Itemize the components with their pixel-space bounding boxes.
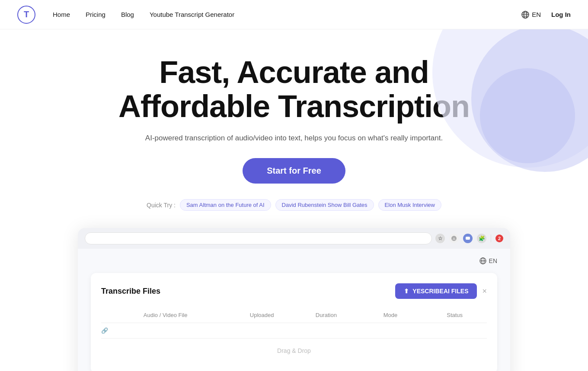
divider xyxy=(491,235,491,242)
nav-blog[interactable]: Blog xyxy=(121,11,134,18)
table-row-empty: 🔗 xyxy=(101,323,487,339)
app-lang-label: EN xyxy=(489,257,497,264)
hero-subtitle: AI-powered transcription of audio/video … xyxy=(9,134,579,143)
table-header: Audio / Video File Uploaded Duration Mod… xyxy=(101,308,487,323)
ai-icon: A xyxy=(449,234,459,243)
hero-title: Fast, Accurate and Affordable Transcript… xyxy=(117,55,471,124)
upload-button[interactable]: ⬆ YESCRIBEAI FILES xyxy=(395,283,477,299)
quick-try-tag-1[interactable]: David Rubenstein Show Bill Gates xyxy=(275,199,374,211)
link-icon: 🔗 xyxy=(101,327,108,334)
svg-point-8 xyxy=(471,29,588,172)
app-globe-icon xyxy=(479,257,486,264)
svg-text:T: T xyxy=(24,10,29,19)
col-status: Status xyxy=(422,312,487,318)
login-button[interactable]: Log In xyxy=(551,11,571,18)
app-inner: EN Transcribe Files ⬆ YESCRIBEAI FILES × xyxy=(78,249,510,371)
chat-icon xyxy=(463,234,473,243)
extension-icon: 🧩 xyxy=(477,234,486,243)
cta-start-free[interactable]: Start for Free xyxy=(243,158,345,184)
quick-try-tag-2[interactable]: Elon Musk Interview xyxy=(378,199,441,211)
file-cell: 🔗 xyxy=(101,327,487,334)
col-mode: Mode xyxy=(358,312,423,318)
hero-section: Fast, Accurate and Affordable Transcript… xyxy=(0,29,588,371)
svg-point-9 xyxy=(480,68,575,163)
language-selector[interactable]: EN xyxy=(521,11,541,19)
quick-try-section: Quick Try : Sam Altman on the Future of … xyxy=(9,199,579,211)
col-duration: Duration xyxy=(294,312,358,318)
upload-icon: ⬆ xyxy=(404,288,409,295)
col-uploaded: Uploaded xyxy=(230,312,294,318)
transcribe-header: Transcribe Files ⬆ YESCRIBEAI FILES × xyxy=(101,283,487,299)
svg-text:A: A xyxy=(453,237,455,241)
navbar: T Home Pricing Blog Youtube Transcript G… xyxy=(0,0,588,29)
app-preview: ☆ A 🧩 2 xyxy=(78,228,510,371)
app-topbar: EN xyxy=(91,257,497,264)
browser-url-bar xyxy=(85,232,432,244)
app-lang-selector[interactable]: EN xyxy=(479,257,497,264)
browser-icons: ☆ A 🧩 2 xyxy=(435,234,503,243)
notification-badge: 2 xyxy=(495,235,503,242)
nav-right: EN Log In xyxy=(521,11,571,19)
globe-icon xyxy=(521,11,529,19)
nav-home[interactable]: Home xyxy=(53,11,70,18)
svg-rect-12 xyxy=(466,237,470,240)
logo[interactable]: T xyxy=(17,6,35,24)
transcribe-title: Transcribe Files xyxy=(101,287,160,296)
drag-drop-area[interactable]: Drag & Drop xyxy=(101,339,487,363)
quick-try-tag-0[interactable]: Sam Altman on the Future of AI xyxy=(180,199,271,211)
quick-try-label: Quick Try : xyxy=(147,202,176,209)
star-icon: ☆ xyxy=(435,234,445,243)
nav-pricing[interactable]: Pricing xyxy=(86,11,105,18)
transcribe-card: Transcribe Files ⬆ YESCRIBEAI FILES × Au… xyxy=(91,273,497,371)
col-file: Audio / Video File xyxy=(101,312,230,318)
nav-links: Home Pricing Blog Youtube Transcript Gen… xyxy=(53,11,521,18)
close-button[interactable]: × xyxy=(482,287,487,296)
browser-bar: ☆ A 🧩 2 xyxy=(78,228,510,249)
lang-label: EN xyxy=(532,11,541,18)
nav-youtube[interactable]: Youtube Transcript Generator xyxy=(150,11,234,18)
